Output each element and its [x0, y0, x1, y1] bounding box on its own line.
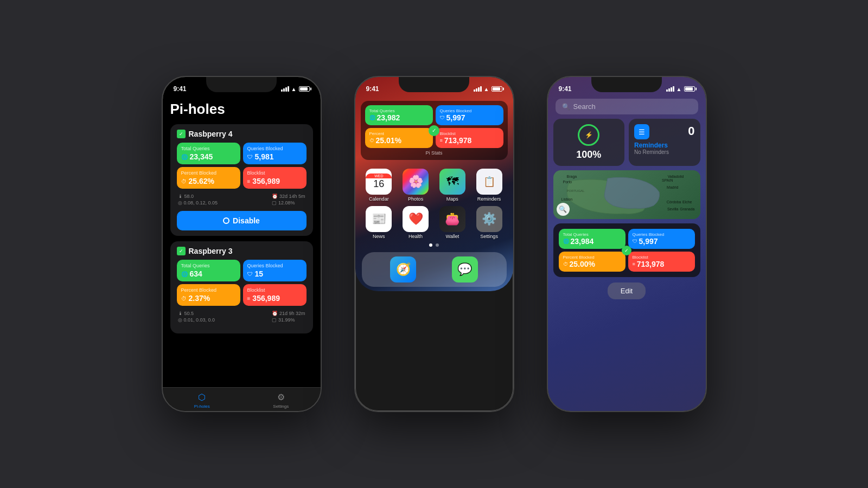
percent-icon: ⏱	[181, 178, 187, 184]
search-bar[interactable]: 🔍 Search	[556, 99, 698, 114]
map-label-elche: Elche	[682, 200, 692, 204]
pihole-title: Pi-holes	[170, 101, 313, 118]
disable-label: Disable	[233, 216, 260, 225]
map-label-cordoba: Córdoba	[667, 200, 681, 204]
pw-percent-blocked-label: Percent Blocked	[563, 255, 621, 260]
temp-value: 58.0	[184, 194, 194, 199]
pw-percent-icon: ⏱	[563, 261, 568, 267]
temp-icon: 🌡	[178, 194, 183, 199]
check-overlay: ✓	[429, 125, 439, 136]
tab-piholes[interactable]: ⬡ Pi-holes	[163, 391, 242, 409]
queries-blocked-card: Queries Blocked 🛡 5,981	[243, 143, 307, 164]
time-2: 9:41	[366, 85, 379, 93]
edit-button[interactable]: Edit	[608, 282, 646, 299]
phone-1: 9:41 ▲ Pi-holes ✓ Rasbperry 4 Total Qu	[162, 76, 322, 412]
s2-cpu-icon: ▢	[272, 317, 277, 323]
pw-queries-blocked-label: Queries Blocked	[633, 232, 691, 237]
s2-globe-icon: 🌐	[181, 271, 188, 277]
app-maps[interactable]: 🗺 Maps	[438, 169, 467, 202]
app-photos[interactable]: 🌸 Photos	[401, 169, 430, 202]
pw-blocklist-val: 713,978	[637, 260, 665, 268]
search-placeholder: Search	[573, 102, 596, 111]
map-label-porto: Porto	[563, 180, 572, 184]
photos-icon: 🌸	[403, 169, 429, 195]
reminders-widget-icon: ☰	[634, 124, 649, 139]
w-total-queries: Total Queries 🌐 23,982	[365, 105, 433, 125]
news-label: News	[373, 234, 385, 239]
s2-blocklist-label: Blocklist	[247, 287, 302, 293]
app-settings[interactable]: ⚙️ Settings	[475, 206, 503, 239]
phone-2: 9:41 ▲ Total Queries 🌐 23,982	[354, 76, 514, 412]
battery-icon-2	[492, 86, 502, 92]
wallet-label: Wallet	[446, 234, 459, 239]
signal-icon	[281, 86, 289, 92]
uptime-value: 32d 14h 5m	[279, 194, 305, 199]
dock-messages[interactable]: 💬	[451, 256, 479, 282]
app-news[interactable]: 📰 News	[365, 206, 393, 239]
battery-circle: ⚡	[578, 124, 599, 146]
reminders-subtitle: No Reminders	[634, 149, 695, 155]
w-blocklist: Blocklist ≡ 713,978	[436, 128, 503, 148]
app-health[interactable]: ❤️ Health	[401, 206, 430, 239]
battery-percent: 100%	[576, 149, 601, 160]
s2-queries-blocked-label: Queries Blocked	[247, 263, 302, 268]
app-calendar[interactable]: WED 16 Calendar	[365, 169, 393, 202]
pistats-widget[interactable]: Total Queries 🌐 23,982 Queries Blocked 🛡…	[361, 101, 508, 160]
map-label-granada: Granada	[680, 207, 694, 211]
app-row-1: WED 16 Calendar 🌸 Photos 🗺 Maps 📋	[355, 169, 513, 202]
map-search-button[interactable]: 🔍	[557, 203, 570, 216]
cpu-value: 12.08%	[278, 200, 295, 206]
map-background: Braga Valladolid Porto SPAIN PORTUGAL Li…	[553, 170, 700, 219]
health-label: Health	[409, 234, 423, 239]
map-widget[interactable]: Braga Valladolid Porto SPAIN PORTUGAL Li…	[553, 170, 700, 219]
phone3-screen: 9:41 ▲ 🔍 Search ⚡ 100%	[548, 77, 706, 411]
photos-label: Photos	[408, 196, 423, 202]
total-queries-card: Total Queries 🌐 23,345	[177, 143, 240, 164]
map-label-lisbon: Lisbon	[561, 197, 573, 201]
battery-widget[interactable]: ⚡ 100%	[553, 119, 625, 166]
reminders-app-icon: 📋	[476, 169, 502, 195]
phone1-screen: 9:41 ▲ Pi-holes ✓ Rasbperry 4 Total Qu	[163, 77, 321, 411]
pw-queries-blocked-val: 5,997	[639, 237, 658, 246]
home-widgets: Total Queries 🌐 23,982 Queries Blocked 🛡…	[355, 97, 513, 164]
app-wallet[interactable]: 👛 Wallet	[438, 206, 467, 239]
pw-blocklist-label: Blocklist	[633, 255, 691, 260]
wifi-icon-3: ▲	[676, 86, 682, 92]
blocklist-label: Blocklist	[247, 170, 302, 176]
tab-settings[interactable]: ⚙ Settings	[241, 391, 321, 409]
power-icon	[223, 217, 229, 224]
queries-blocked-label: Queries Blocked	[247, 146, 302, 151]
w-queries-blocked-val: 5,997	[446, 113, 465, 122]
tab-bar: ⬡ Pi-holes ⚙ Settings	[163, 387, 321, 411]
s2-temp-value: 50.5	[184, 311, 194, 316]
queries-blocked-row: 🛡 5,981	[247, 152, 302, 161]
pw-total-queries-label: Total Queries	[563, 232, 621, 237]
pw-check-overlay: ✓	[622, 246, 631, 255]
wifi-icon-2: ▲	[484, 86, 489, 92]
map-label-valladolid: Valladolid	[668, 175, 684, 178]
reminders-header: ☰ 0	[634, 124, 695, 139]
reminders-widget[interactable]: ☰ 0 Reminders No Reminders	[629, 119, 700, 166]
battery-icon-3	[684, 86, 695, 92]
s2-percent-blocked-value: 2.37%	[189, 294, 210, 303]
list-icon: ≡	[247, 178, 251, 184]
map-label-sevilla: Sevilla	[667, 207, 679, 211]
dot-1	[429, 243, 432, 247]
app-reminders[interactable]: 📋 Reminders	[475, 169, 503, 202]
reminders-label: Reminders	[477, 196, 501, 202]
disable-button[interactable]: Disable	[177, 211, 307, 230]
status-bar-1: 9:41 ▲	[163, 77, 321, 97]
w-queries-blocked: Queries Blocked 🛡 5,997	[436, 105, 503, 125]
pw-percent-blocked: Percent Blocked ⏱ 25.00%	[559, 252, 626, 272]
pihole-large-widget[interactable]: Total Queries 🌐 23,984 Queries Blocked 🛡…	[553, 223, 700, 277]
pw-percent-blocked-val: 25.00%	[570, 260, 595, 268]
signal-icon-2	[474, 86, 482, 92]
s2-percent-icon: ⏱	[181, 296, 187, 301]
load-value: 0.08, 0.12, 0.05	[184, 200, 218, 206]
tab-piholes-label: Pi-holes	[194, 404, 210, 409]
edit-btn-area: Edit	[553, 277, 700, 305]
dock-safari[interactable]: 🧭	[389, 256, 417, 282]
section2-footer: 🌡 50.5 ◎ 0.01, 0.03, 0.0 ⏰ 21d 9h 32m	[177, 310, 307, 325]
wallet-icon: 👛	[439, 206, 465, 232]
load-icon: ◎	[178, 200, 182, 206]
